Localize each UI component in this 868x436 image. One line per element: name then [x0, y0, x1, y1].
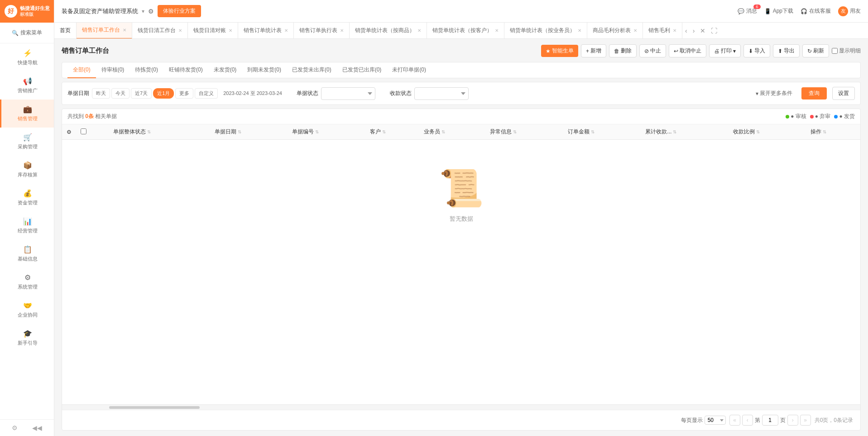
sort-icon-operation[interactable]: ⇅	[823, 129, 826, 134]
page-number-input[interactable]	[762, 415, 778, 426]
tab-sales-workbench[interactable]: 销售订单工作台✕	[77, 23, 132, 39]
export-btn[interactable]: ⬆ 导出	[773, 44, 800, 57]
sidebar-item-sales[interactable]: 💼销售管理	[0, 100, 54, 128]
tab-cash-reconcile[interactable]: 钱货日清对账✕	[188, 23, 238, 39]
col-header-number[interactable]: 单据编号⇅	[288, 124, 365, 140]
gear-icon[interactable]: ⚙	[148, 8, 154, 15]
sort-icon-ratio[interactable]: ⇅	[756, 129, 760, 134]
tab-close-sales-summary-product[interactable]: ✕	[417, 28, 421, 33]
date-option-今天[interactable]: 今天	[111, 88, 129, 99]
next-page-btn[interactable]: ›	[787, 415, 798, 426]
print-btn[interactable]: 🖨 打印 ▾	[709, 44, 741, 57]
tab-close-cash-reconcile[interactable]: ✕	[229, 28, 232, 33]
filter-tab-wangpu-ship[interactable]: 旺铺待发货(0)	[163, 62, 208, 78]
filter-tab-all[interactable]: 全部(0)	[67, 62, 96, 78]
select-all-checkbox[interactable]	[81, 128, 86, 134]
tab-close-sales-more[interactable]: ✕	[673, 28, 676, 33]
col-header-collected[interactable]: 累计收款...⇅	[641, 124, 728, 140]
stop-btn[interactable]: ⊘ 中止	[639, 44, 666, 57]
industry-btn[interactable]: 体验行业方案	[158, 5, 201, 17]
sort-icon-exception[interactable]: ⇅	[513, 129, 517, 134]
date-option-近7天[interactable]: 近7天	[131, 88, 152, 99]
online-service-btn[interactable]: 🎧 在线客服	[801, 7, 831, 15]
tab-sales-summary-customer[interactable]: 销货单统计表（按客户）✕	[427, 23, 504, 39]
tab-close-sales-exec[interactable]: ✕	[340, 28, 344, 33]
date-option-昨天[interactable]: 昨天	[92, 88, 110, 99]
tab-close-sales-summary-customer[interactable]: ✕	[495, 28, 499, 33]
dropdown-arrow-icon[interactable]: ▾	[142, 8, 144, 14]
tab-close-cash-daily[interactable]: ✕	[178, 28, 182, 33]
query-btn[interactable]: 查询	[801, 87, 827, 100]
col-header-salesman[interactable]: 业务员⇅	[419, 124, 485, 140]
app-download-btn[interactable]: 📱 App下载	[764, 7, 793, 15]
setting-btn[interactable]: 设置	[832, 87, 855, 100]
date-option-更多[interactable]: 更多	[175, 88, 193, 99]
sidebar-item-guide[interactable]: 🎓新手引导	[0, 324, 54, 352]
date-option-近1月[interactable]: 近1月	[153, 88, 174, 99]
tab-close-sales-stats[interactable]: ✕	[284, 28, 288, 33]
table-action-ship[interactable]: ● 发货	[834, 113, 855, 120]
filter-tab-overdue-ship[interactable]: 到期未发货(0)	[242, 62, 287, 78]
sort-icon-number[interactable]: ⇅	[315, 129, 319, 134]
tab-next-btn[interactable]: ›	[690, 27, 698, 34]
col-header-amount[interactable]: 订单金额⇅	[563, 124, 641, 140]
tab-sales-summary-salesman[interactable]: 销货单统计表（按业务员）✕	[504, 23, 587, 39]
tab-fullscreen-btn[interactable]: ⛶	[708, 27, 720, 34]
col-header-status[interactable]: 单据整体状态⇅	[109, 124, 210, 140]
message-btn[interactable]: 💬 6 消息	[738, 7, 757, 15]
horizontal-scrollbar[interactable]	[62, 404, 860, 410]
sort-icon-amount[interactable]: ⇅	[591, 129, 595, 134]
status-select[interactable]	[321, 87, 375, 100]
import-btn[interactable]: ⬇ 导入	[743, 44, 770, 57]
expand-conditions-btn[interactable]: ▾ 展开更多条件	[752, 88, 796, 99]
table-action-review[interactable]: ● 审核	[786, 113, 806, 120]
col-header-ratio[interactable]: 收款比例⇅	[729, 124, 806, 140]
col-header-date[interactable]: 单据日期⇅	[210, 124, 288, 140]
sidebar-item-finance[interactable]: 💰资金管理	[0, 184, 54, 212]
sidebar-item-operations[interactable]: 📊经营管理	[0, 212, 54, 240]
sidebar-item-purchase[interactable]: 🛒采购管理	[0, 128, 54, 156]
sort-icon-customer[interactable]: ⇅	[382, 129, 386, 134]
add-btn[interactable]: + 新增	[581, 44, 606, 57]
filter-tab-not-printed[interactable]: 未打印单据(0)	[387, 62, 432, 78]
date-option-自定义[interactable]: 自定义	[195, 88, 218, 99]
collapse-icon[interactable]: ◀◀	[32, 424, 42, 431]
filter-tab-pending-review[interactable]: 待审核(0)	[96, 62, 130, 78]
table-action-unreviewed[interactable]: ● 弃审	[810, 113, 831, 120]
show-detail-checkbox[interactable]: 显示明细	[832, 47, 861, 55]
table-scroll-area[interactable]: ⚙ 单据整体状态⇅单据日期⇅单据编号⇅客户⇅业务员⇅异常信息⇅订单金额⇅累计收款…	[62, 124, 860, 404]
tab-product-margin[interactable]: 商品毛利分析表✕	[587, 23, 643, 39]
col-checkbox[interactable]	[76, 124, 109, 140]
sidebar-item-system[interactable]: ⚙系统管理	[0, 268, 54, 296]
delete-btn[interactable]: 🗑 删除	[609, 44, 637, 57]
col-header-operation[interactable]: 操作⇅	[806, 124, 860, 140]
tab-prev-btn[interactable]: ‹	[682, 27, 690, 34]
smart-create-btn[interactable]: ★ 智能生单	[541, 45, 578, 57]
col-header-exception[interactable]: 异常信息⇅	[485, 124, 563, 140]
settings-icon[interactable]: ⚙	[12, 424, 18, 431]
tab-close-sales-workbench[interactable]: ✕	[123, 28, 126, 33]
sidebar-item-inventory[interactable]: 📦库存核算	[0, 156, 54, 184]
sidebar-item-quick-nav[interactable]: ⚡快捷导航	[0, 43, 54, 71]
refresh-btn[interactable]: ↻ 刷新	[802, 44, 829, 57]
sidebar-item-enterprise[interactable]: 🤝企业协同	[0, 296, 54, 324]
filter-tab-shipped-not-in[interactable]: 已发货未出库(0)	[287, 62, 337, 78]
cancel-stop-btn[interactable]: ↩ 取消中止	[669, 44, 706, 57]
sidebar-item-base[interactable]: 📋基础信息	[0, 240, 54, 268]
tab-home[interactable]: 首页	[54, 23, 77, 39]
tab-sales-stats[interactable]: 销售订单统计表✕	[238, 23, 294, 39]
settings-icon[interactable]: ⚙	[67, 129, 72, 135]
prev-page-btn[interactable]: ‹	[742, 415, 753, 426]
sort-icon-status[interactable]: ⇅	[147, 129, 151, 134]
user-menu-btn[interactable]: 友 用友	[838, 6, 861, 16]
tab-sales-summary-product[interactable]: 销货单统计表（按商品）✕	[350, 23, 427, 39]
filter-tab-shipped-out[interactable]: 已发货已出库(0)	[337, 62, 387, 78]
filter-tab-not-shipped[interactable]: 未发货(0)	[208, 62, 242, 78]
search-menu-btn[interactable]: 🔍 搜索菜单	[8, 27, 46, 38]
tab-close-all-btn[interactable]: ✕	[697, 27, 708, 34]
show-detail-input[interactable]	[832, 48, 838, 54]
sidebar-item-marketing[interactable]: 📢营销推广	[0, 71, 54, 100]
tab-sales-more[interactable]: 销售毛利✕	[643, 23, 682, 39]
last-page-btn[interactable]: »	[800, 415, 811, 426]
col-header-customer[interactable]: 客户⇅	[365, 124, 420, 140]
